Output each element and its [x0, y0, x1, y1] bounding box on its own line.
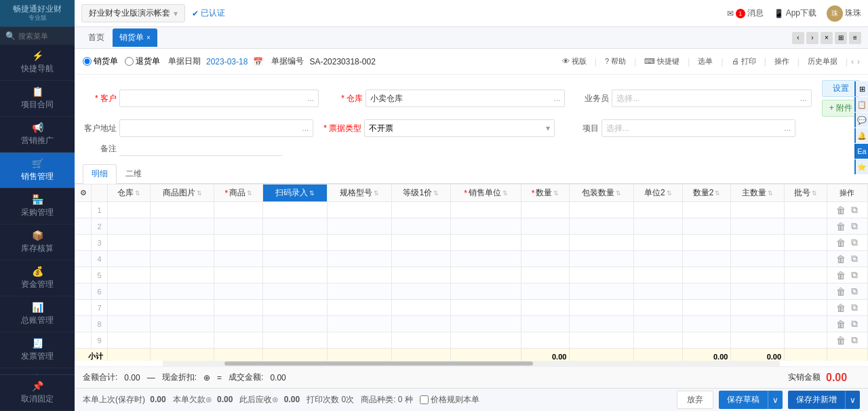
th-product[interactable]: *商品⇅ [214, 184, 263, 202]
row-main-qty-cell[interactable] [731, 283, 785, 300]
row-batch-input-cell[interactable] [263, 267, 328, 283]
row-spec-cell[interactable] [327, 235, 391, 251]
row-unit2-cell[interactable] [634, 235, 683, 251]
th-qty2[interactable]: 数量2⇅ [682, 184, 731, 202]
row-unit2-cell[interactable] [634, 251, 683, 267]
row-unit2-cell[interactable] [634, 316, 683, 332]
row-main-qty-cell[interactable] [731, 202, 785, 218]
row-batch-cell[interactable] [785, 251, 827, 267]
row-delete-btn[interactable]: 🗑 [835, 302, 847, 313]
row-price1-cell[interactable] [391, 235, 451, 251]
row-product-cell[interactable] [214, 283, 263, 300]
tab-home[interactable]: 首页 [81, 28, 111, 47]
row-spec-cell[interactable] [327, 202, 391, 218]
row-batch-cell[interactable] [785, 218, 827, 235]
row-batch-cell[interactable] [785, 300, 827, 316]
row-warehouse-cell[interactable] [108, 316, 151, 332]
row-product-cell[interactable] [214, 267, 263, 283]
price-check-label[interactable]: 价格规则本单 [420, 394, 479, 406]
row-unit2-cell[interactable] [634, 283, 683, 300]
row-batch-input-cell[interactable] [263, 218, 328, 235]
row-copy-btn[interactable]: ⧉ [850, 253, 859, 265]
row-qty-cell[interactable] [521, 218, 570, 235]
float-btn-1[interactable]: ⊞ [854, 81, 868, 96]
sidebar-item-project[interactable]: 📋 项目合同 [0, 81, 75, 117]
save-new-arrow[interactable]: ∨ [845, 391, 860, 409]
row-batch-cell[interactable] [785, 202, 827, 218]
row-warehouse-cell[interactable] [108, 235, 151, 251]
toolbar-select-btn[interactable]: 选单 [693, 54, 717, 68]
row-qty-cell[interactable] [521, 316, 570, 332]
messages-button[interactable]: ✉ 1 消息 [727, 7, 764, 19]
project-input[interactable]: 选择... ... [601, 119, 795, 137]
row-warehouse-cell[interactable] [108, 267, 151, 283]
row-price1-cell[interactable] [391, 332, 451, 349]
row-spec-cell[interactable] [327, 316, 391, 332]
row-qty-cell[interactable] [521, 332, 570, 349]
sidebar-item-accounting[interactable]: 📊 总账管理 [0, 296, 75, 332]
row-main-qty-cell[interactable] [731, 332, 785, 349]
row-sales-unit-cell[interactable] [451, 235, 521, 251]
tab-close-icon[interactable]: × [146, 34, 151, 41]
tab-detail[interactable]: 明细 [83, 164, 117, 184]
row-copy-btn[interactable]: ⧉ [850, 220, 859, 232]
row-sales-unit-cell[interactable] [451, 300, 521, 316]
store-selector[interactable]: 好业财专业版演示帐套 ▾ [81, 4, 185, 22]
row-price1-cell[interactable] [391, 316, 451, 332]
radio-sales-order-input[interactable] [83, 57, 92, 66]
th-pack-qty[interactable]: 包装数量⇅ [570, 184, 634, 202]
sidebar-item-capital[interactable]: 💰 资金管理 [0, 260, 75, 296]
row-main-qty-cell[interactable] [731, 218, 785, 235]
row-pack-qty-cell[interactable] [570, 300, 634, 316]
row-pack-qty-cell[interactable] [570, 332, 634, 349]
row-delete-btn[interactable]: 🗑 [835, 269, 847, 281]
row-main-qty-cell[interactable] [731, 251, 785, 267]
row-qty2-cell[interactable] [682, 267, 731, 283]
toolbar-ops-btn[interactable]: 操作 [770, 54, 794, 68]
tab-2d[interactable]: 二维 [117, 164, 151, 183]
toolbar-shortcut-btn[interactable]: ⌨ 快捷键 [639, 54, 684, 68]
float-btn-2[interactable]: 📋 [854, 97, 868, 112]
row-delete-btn[interactable]: 🗑 [835, 286, 847, 297]
row-pack-qty-cell[interactable] [570, 235, 634, 251]
sidebar-item-tax[interactable]: 🏛 税务管理 [0, 368, 75, 374]
row-qty-cell[interactable] [521, 251, 570, 267]
row-copy-btn[interactable]: ⧉ [850, 334, 859, 346]
row-delete-btn[interactable]: 🗑 [835, 220, 847, 232]
th-warehouse[interactable]: 仓库⇅ [108, 184, 151, 202]
row-qty2-cell[interactable] [682, 202, 731, 218]
row-batch-input-cell[interactable] [263, 251, 328, 267]
toolbar-nav-next[interactable]: › [857, 57, 860, 66]
row-pack-qty-cell[interactable] [570, 251, 634, 267]
float-btn-5[interactable]: ⭐ [854, 159, 868, 174]
th-qty[interactable]: *数量⇅ [521, 184, 570, 202]
row-pack-qty-cell[interactable] [570, 267, 634, 283]
float-btn-active[interactable]: Ea [854, 144, 868, 159]
row-price1-cell[interactable] [391, 251, 451, 267]
row-unit2-cell[interactable] [634, 218, 683, 235]
row-pack-qty-cell[interactable] [570, 218, 634, 235]
row-spec-cell[interactable] [327, 251, 391, 267]
row-batch-input-cell[interactable] [263, 300, 328, 316]
row-main-qty-cell[interactable] [731, 300, 785, 316]
sidebar-item-marketing[interactable]: 📢 营销推广 [0, 117, 75, 153]
radio-return-order-input[interactable] [125, 57, 134, 66]
row-main-qty-cell[interactable] [731, 267, 785, 283]
address-input[interactable]: ... [119, 119, 313, 137]
save-new-button[interactable]: 保存并新增 [788, 391, 845, 409]
row-unit2-cell[interactable] [634, 267, 683, 283]
row-product-cell[interactable] [214, 218, 263, 235]
row-unit2-cell[interactable] [634, 300, 683, 316]
th-settings[interactable]: ⚙ [75, 184, 92, 202]
row-warehouse-cell[interactable] [108, 251, 151, 267]
note-input[interactable] [119, 141, 282, 156]
tab-nav-next[interactable]: › [806, 32, 818, 44]
row-qty2-cell[interactable] [682, 235, 731, 251]
row-copy-btn[interactable]: ⧉ [850, 269, 859, 281]
row-sales-unit-cell[interactable] [451, 283, 521, 300]
th-sales-unit[interactable]: *销售单位⇅ [451, 184, 521, 202]
th-batch[interactable]: 批号⇅ [785, 184, 827, 202]
row-unit2-cell[interactable] [634, 332, 683, 349]
row-product-cell[interactable] [214, 300, 263, 316]
row-product-cell[interactable] [214, 332, 263, 349]
